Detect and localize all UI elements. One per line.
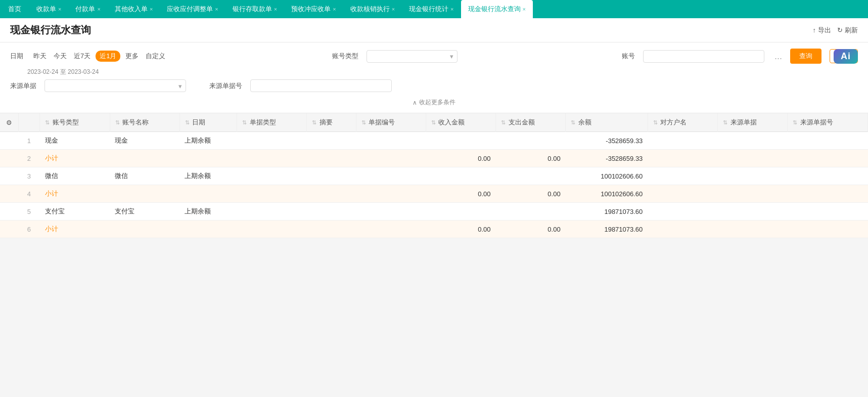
sort-arrows-icon: ⇅ bbox=[361, 119, 366, 125]
td-source-doc-no bbox=[788, 132, 868, 150]
td-checkbox bbox=[0, 220, 18, 238]
th-income[interactable]: ⇅ 收入金额 bbox=[426, 113, 495, 132]
nav-tab-xianjinyinhang-query[interactable]: 现金银行流水查询 × bbox=[461, 0, 533, 18]
nav-home[interactable]: 首页 bbox=[0, 0, 29, 18]
gear-icon[interactable]: ⚙ bbox=[6, 119, 12, 126]
sort-arrows-icon: ⇅ bbox=[723, 119, 727, 125]
source-doc-no-input[interactable] bbox=[250, 79, 392, 92]
td-source-doc bbox=[718, 185, 788, 203]
account-type-select[interactable] bbox=[367, 50, 458, 63]
td-balance: -3528659.33 bbox=[566, 150, 648, 167]
table-row: 6小计0.000.0019871073.60 bbox=[0, 220, 868, 238]
td-source-doc-no bbox=[788, 150, 868, 167]
th-doc-type[interactable]: ⇅ 单据类型 bbox=[237, 113, 307, 132]
refresh-icon: ↻ bbox=[837, 26, 843, 34]
sort-arrows-icon: ⇅ bbox=[45, 119, 50, 125]
td-account-name bbox=[110, 185, 179, 203]
th-source-doc[interactable]: ⇅ 来源单据 bbox=[718, 113, 788, 132]
td-expense bbox=[496, 203, 566, 220]
sort-arrows-icon: ⇅ bbox=[242, 119, 247, 125]
account-dots[interactable]: ... bbox=[774, 51, 782, 62]
td-account-type: 支付宝 bbox=[40, 203, 110, 220]
th-doc-no[interactable]: ⇅ 单据编号 bbox=[356, 113, 426, 132]
table-row: 4小计0.000.00100102606.60 bbox=[0, 185, 868, 203]
date-more[interactable]: 更多 bbox=[123, 51, 141, 62]
nav-tab-xianjinyinhang-stats[interactable]: 现金银行统计 × bbox=[402, 0, 461, 18]
table-header-row: ⚙ ⇅ 账号类型 ⇅ 账号名称 ⇅ 日期 ⇅ 单据类型 bbox=[0, 113, 868, 132]
th-balance[interactable]: ⇅ 余额 bbox=[566, 113, 648, 132]
td-balance: 19871073.60 bbox=[566, 220, 648, 238]
td-account-type: 小计 bbox=[40, 150, 110, 167]
td-row-num: 1 bbox=[18, 132, 40, 150]
nav-tab-shoukuandan[interactable]: 收款单 × bbox=[29, 0, 68, 18]
td-income bbox=[426, 167, 495, 185]
date-7days[interactable]: 近7天 bbox=[72, 51, 93, 62]
td-summary bbox=[307, 220, 356, 238]
td-account-type: 小计 bbox=[40, 220, 110, 238]
td-row-num: 4 bbox=[18, 185, 40, 203]
td-balance: 19871073.60 bbox=[566, 203, 648, 220]
td-expense bbox=[496, 167, 566, 185]
nav-tab-fukuandan[interactable]: 付款单 × bbox=[68, 0, 107, 18]
data-table: ⚙ ⇅ 账号类型 ⇅ 账号名称 ⇅ 日期 ⇅ 单据类型 bbox=[0, 113, 868, 238]
date-custom[interactable]: 自定义 bbox=[144, 51, 167, 62]
td-account-name: 支付宝 bbox=[110, 203, 179, 220]
th-account-type[interactable]: ⇅ 账号类型 bbox=[40, 113, 110, 132]
th-settings[interactable]: ⚙ bbox=[0, 113, 18, 132]
collapse-bar[interactable]: ∧ 收起更多条件 bbox=[10, 96, 858, 109]
td-income: 0.00 bbox=[426, 220, 495, 238]
td-row-num: 6 bbox=[18, 220, 40, 238]
close-icon[interactable]: × bbox=[274, 0, 277, 18]
th-source-doc-no[interactable]: ⇅ 来源单据号 bbox=[788, 113, 868, 132]
page-header: 现金银行流水查询 ↑ 导出 ↻ 刷新 Ai bbox=[0, 18, 868, 42]
nav-tab-yinhangcunqukuan[interactable]: 银行存取款单 × bbox=[225, 0, 284, 18]
table-row: 5支付宝支付宝上期余额19871073.60 bbox=[0, 203, 868, 220]
close-icon[interactable]: × bbox=[523, 0, 526, 18]
close-icon[interactable]: × bbox=[150, 0, 153, 18]
date-yesterday[interactable]: 昨天 bbox=[31, 51, 49, 62]
td-account-name bbox=[110, 220, 179, 238]
close-icon[interactable]: × bbox=[215, 0, 218, 18]
td-expense: 0.00 bbox=[496, 220, 566, 238]
refresh-button[interactable]: ↻ 刷新 bbox=[837, 26, 858, 35]
close-icon[interactable]: × bbox=[97, 0, 100, 18]
td-source-doc bbox=[718, 150, 788, 167]
ai-badge[interactable]: Ai bbox=[834, 49, 858, 64]
table-row: 1现金现金上期余额-3528659.33 bbox=[0, 132, 868, 150]
account-input[interactable] bbox=[643, 50, 764, 63]
td-checkbox bbox=[0, 132, 18, 150]
th-date[interactable]: ⇅ 日期 bbox=[179, 113, 237, 132]
query-button[interactable]: 查询 bbox=[790, 49, 821, 64]
td-source-doc-no bbox=[788, 220, 868, 238]
close-icon[interactable]: × bbox=[450, 0, 453, 18]
nav-tab-shoukuanhexiao[interactable]: 收款核销执行 × bbox=[343, 0, 402, 18]
nav-tab-yingshouyingfu[interactable]: 应收应付调整单 × bbox=[160, 0, 225, 18]
export-icon: ↑ bbox=[813, 26, 816, 34]
td-checkbox bbox=[0, 203, 18, 220]
td-income bbox=[426, 132, 495, 150]
td-balance: 100102606.60 bbox=[566, 167, 648, 185]
source-doc-select[interactable] bbox=[44, 79, 186, 92]
date-range-display: 2023-02-24 至 2023-03-24 bbox=[27, 68, 99, 75]
th-expense[interactable]: ⇅ 支出金额 bbox=[496, 113, 566, 132]
source-doc-no-label: 来源单据号 bbox=[209, 81, 242, 91]
nav-tab-yushouchong[interactable]: 预收冲应收单 × bbox=[284, 0, 343, 18]
close-icon[interactable]: × bbox=[333, 0, 336, 18]
date-shortcuts: 昨天 今天 近7天 近1月 更多 自定义 bbox=[31, 51, 167, 62]
date-1month[interactable]: 近1月 bbox=[96, 51, 120, 62]
th-counterparty[interactable]: ⇅ 对方户名 bbox=[648, 113, 717, 132]
td-doc-no bbox=[356, 132, 426, 150]
td-income: 0.00 bbox=[426, 185, 495, 203]
th-summary[interactable]: ⇅ 摘要 bbox=[307, 113, 356, 132]
export-button[interactable]: ↑ 导出 bbox=[813, 26, 832, 35]
collapse-up-icon: ∧ bbox=[413, 99, 417, 106]
th-account-name[interactable]: ⇅ 账号名称 bbox=[110, 113, 179, 132]
td-income: 0.00 bbox=[426, 150, 495, 167]
nav-tab-qitashouru[interactable]: 其他收入单 × bbox=[108, 0, 160, 18]
close-icon[interactable]: × bbox=[392, 0, 395, 18]
close-icon[interactable]: × bbox=[58, 0, 61, 18]
date-today[interactable]: 今天 bbox=[52, 51, 69, 62]
td-counterparty bbox=[648, 220, 717, 238]
td-source-doc-no bbox=[788, 203, 868, 220]
td-account-type: 现金 bbox=[40, 132, 110, 150]
